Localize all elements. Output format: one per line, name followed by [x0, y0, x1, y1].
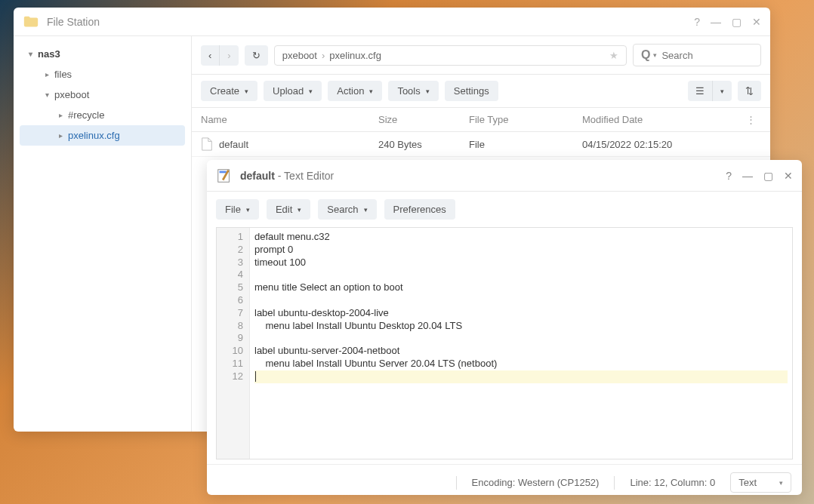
editor-statusbar: Encoding: Western (CP1252) Line: 12, Col… [207, 464, 802, 500]
settings-button[interactable]: Settings [445, 81, 498, 101]
sort-button[interactable]: ⇅ [738, 81, 761, 101]
back-button[interactable]: ‹ [201, 45, 220, 66]
minimize-icon[interactable]: — [711, 16, 721, 28]
forward-button[interactable]: › [220, 45, 238, 66]
breadcrumb[interactable]: pxeboot › pxelinux.cfg ★ [274, 45, 627, 66]
edit-menu[interactable]: Edit▾ [267, 199, 310, 220]
chevron-down-icon[interactable]: ▾ [653, 51, 657, 59]
search-box[interactable]: Q ▾ [633, 44, 761, 66]
header-type[interactable]: File Type [469, 114, 582, 125]
header-name[interactable]: Name [201, 114, 378, 125]
folder-app-icon [23, 14, 39, 30]
search-icon: Q [641, 48, 650, 62]
file-station-titlebar[interactable]: File Station ? — ▢ ✕ [14, 8, 770, 36]
view-dropdown[interactable]: ▾ [713, 81, 732, 101]
folder-tree: ▾ nas3 ▸ files ▾ pxeboot ▸ #recycle ▸ px… [14, 36, 192, 432]
tree-item-pxeboot[interactable]: ▾ pxeboot [20, 85, 185, 105]
help-icon[interactable]: ? [726, 170, 732, 182]
create-button[interactable]: Create▾ [201, 81, 257, 101]
line-gutter: 123456789101112 [217, 228, 250, 459]
close-icon[interactable]: ✕ [752, 16, 761, 28]
code-editor[interactable]: 123456789101112 default menu.c32prompt 0… [216, 227, 793, 459]
editor-menubar: File▾ Edit▾ Search▾ Preferences [207, 192, 802, 227]
upload-button[interactable]: Upload▾ [264, 81, 322, 101]
tree-item-recycle[interactable]: ▸ #recycle [20, 105, 185, 125]
column-menu-icon[interactable]: ⋮ [746, 114, 761, 125]
tree-item-files[interactable]: ▸ files [20, 64, 185, 85]
preferences-button[interactable]: Preferences [384, 199, 455, 220]
editor-title: default - Text Editor [240, 170, 726, 182]
refresh-button[interactable]: ↻ [245, 45, 268, 66]
list-view-button[interactable]: ☰ [688, 81, 713, 101]
chevron-down-icon: ▾ [26, 50, 35, 58]
syntax-mode-dropdown[interactable]: Text ▾ [730, 472, 791, 493]
action-toolbar: Create▾ Upload▾ Action▾ Tools▾ Settings … [192, 75, 770, 107]
maximize-icon[interactable]: ▢ [763, 170, 773, 182]
table-row[interactable]: default 240 Bytes File 04/15/2022 02:15:… [192, 132, 770, 157]
minimize-icon[interactable]: — [742, 170, 753, 182]
header-date[interactable]: Modified Date [582, 114, 746, 125]
code-area[interactable]: default menu.c32prompt 0timeout 100menu … [250, 228, 792, 459]
chevron-right-icon: ▸ [42, 70, 51, 78]
chevron-right-icon: ▸ [56, 111, 65, 119]
text-editor-window: default - Text Editor ? — ▢ ✕ File▾ Edit… [207, 160, 802, 495]
action-button[interactable]: Action▾ [328, 81, 382, 101]
tree-root[interactable]: ▾ nas3 [20, 44, 185, 64]
chevron-down-icon: ▾ [42, 91, 51, 99]
encoding-status: Encoding: Western (CP1252) [472, 477, 600, 488]
app-title: File Station [47, 16, 694, 28]
search-menu[interactable]: Search▾ [318, 199, 376, 220]
maximize-icon[interactable]: ▢ [732, 16, 742, 28]
close-icon[interactable]: ✕ [784, 170, 793, 182]
file-table: Name Size File Type Modified Date ⋮ defa… [192, 107, 770, 157]
tree-item-pxelinux-cfg[interactable]: ▸ pxelinux.cfg [20, 125, 185, 146]
chevron-right-icon: ▸ [56, 131, 65, 140]
text-editor-titlebar[interactable]: default - Text Editor ? — ▢ ✕ [207, 160, 802, 192]
chevron-down-icon: ▾ [779, 479, 783, 487]
table-header: Name Size File Type Modified Date ⋮ [192, 108, 770, 132]
tools-button[interactable]: Tools▾ [388, 81, 438, 101]
nav-toolbar: ‹ › ↻ pxeboot › pxelinux.cfg ★ Q ▾ [192, 36, 770, 75]
search-input[interactable] [661, 50, 753, 61]
chevron-right-icon: › [322, 50, 325, 61]
header-size[interactable]: Size [378, 114, 469, 125]
file-icon [201, 137, 213, 151]
svg-rect-1 [220, 171, 227, 173]
text-editor-app-icon [216, 167, 233, 184]
cursor-position: Line: 12, Column: 0 [630, 477, 715, 488]
file-menu[interactable]: File▾ [216, 199, 259, 220]
help-icon[interactable]: ? [694, 16, 700, 28]
star-icon[interactable]: ★ [609, 50, 618, 61]
